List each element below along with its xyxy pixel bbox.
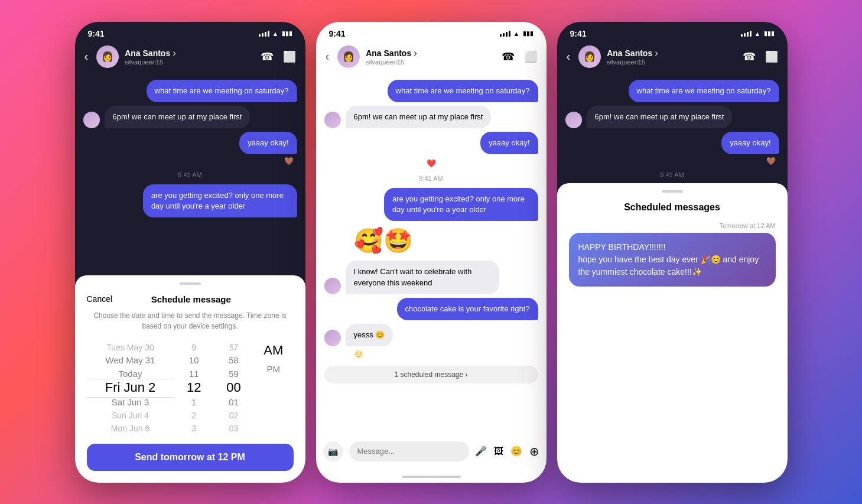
center-gallery-icon[interactable]: 🖼 (494, 446, 503, 457)
left-date-3[interactable]: Fri Jun 2 (87, 380, 174, 395)
left-time: 9:41 (88, 29, 105, 38)
left-msg-3: yaaay okay! (83, 132, 297, 154)
center-chat-area: what time are we meeting on saturday? 6p… (316, 74, 547, 437)
center-signal-4 (509, 31, 510, 37)
right-status-icons: ▲ ▮▮▮ (741, 30, 775, 37)
center-msg-3: yaaay okay! (324, 132, 538, 154)
signal-bar-1 (259, 34, 261, 37)
right-contact-info: Ana Santos › silvaqueen15 (607, 48, 736, 66)
right-phone-icon[interactable]: ☎ (743, 50, 756, 63)
left-hour-1: 10 (174, 354, 214, 367)
left-sheet-title: Schedule message (151, 294, 231, 304)
right-contact-username: silvaqueen15 (607, 58, 736, 66)
signal-bar-2 (262, 33, 264, 37)
left-battery-icon: ▮▮▮ (282, 30, 292, 37)
center-contact-info: Ana Santos › silvaqueen15 (366, 48, 495, 66)
left-min-1: 58 (214, 354, 253, 367)
left-heart: 🤎 (83, 157, 294, 165)
left-picker[interactable]: Tues May 30 Wed May 31 Today Fri Jun 2 S… (87, 341, 294, 435)
right-signal-2 (744, 33, 746, 37)
center-mic-icon[interactable]: 🎤 (475, 446, 487, 457)
right-contact-name[interactable]: Ana Santos › (607, 48, 736, 58)
center-signal (500, 31, 510, 37)
left-contact-name[interactable]: Ana Santos › (125, 48, 254, 58)
right-status-bar: 9:41 ▲ ▮▮▮ (557, 22, 788, 42)
left-send-btn[interactable]: Send tomorrow at 12 PM (87, 444, 294, 471)
center-signal-1 (500, 34, 502, 37)
left-hour-0: 9 (174, 341, 214, 354)
left-msg-bubble-3: yaaay okay! (239, 132, 297, 154)
center-wifi-icon: ▲ (513, 30, 520, 37)
center-msg-bubble-2: 6pm! we can meet up at my place first (346, 106, 492, 128)
left-hour-6: 3 (174, 422, 214, 435)
left-nav-icons: ☎ ⬜ (261, 50, 296, 63)
left-back-arrow[interactable]: ‹ (84, 50, 89, 63)
left-contact-username: silvaqueen15 (125, 58, 254, 66)
center-msg-input[interactable] (349, 441, 469, 461)
right-msg-2: 6pm! we can meet up at my place first (565, 106, 779, 128)
left-msg-bubble-4: are you getting excited? only one more d… (143, 184, 297, 217)
right-heart: 🤎 (565, 157, 776, 165)
left-video-icon[interactable]: ⬜ (283, 50, 296, 63)
right-signal-1 (741, 34, 743, 37)
center-add-icon[interactable]: ⊕ (529, 444, 539, 459)
center-msg-bubble-5: I know! Can't wait to celebrate with eve… (346, 261, 500, 294)
center-phone-icon[interactable]: ☎ (502, 50, 515, 63)
right-back-arrow[interactable]: ‹ (567, 50, 571, 63)
right-video-icon[interactable]: ⬜ (765, 50, 778, 63)
left-ampm-picker[interactable]: AM PM (253, 341, 293, 435)
left-date-picker[interactable]: Tues May 30 Wed May 31 Today Fri Jun 2 S… (87, 341, 174, 435)
left-date-0: Tues May 30 (87, 341, 174, 354)
left-cancel-btn[interactable]: Cancel (87, 294, 113, 304)
center-scheduled-banner[interactable]: 1 scheduled message › (324, 366, 538, 383)
left-hour-4: 1 (174, 395, 214, 408)
left-min-2: 59 (214, 367, 253, 380)
center-camera-btn[interactable]: 📷 (323, 441, 343, 461)
center-time: 9:41 (329, 29, 346, 38)
left-nav-bar: ‹ 👩 Ana Santos › silvaqueen15 ☎ ⬜ (75, 42, 305, 74)
left-schedule-sheet[interactable]: Cancel Schedule message Choose the date … (75, 275, 305, 483)
right-nav-icons: ☎ ⬜ (743, 50, 778, 63)
center-msg-bubble-3: yaaay okay! (480, 132, 538, 154)
right-scheduled-msg-card[interactable]: HAPPY BIRTHDAY!!!!!!! hope you have the … (569, 233, 776, 287)
left-ampm-0[interactable]: AM (253, 341, 293, 360)
center-recv-avatar-3 (324, 330, 341, 346)
center-emoji-icon[interactable]: 😊 (510, 446, 522, 457)
center-timestamp: 9:41 AM (324, 175, 538, 182)
left-minute-picker[interactable]: 57 58 59 00 01 02 03 (214, 341, 253, 435)
left-min-3[interactable]: 00 (214, 380, 253, 395)
left-sheet-subtitle: Choose the date and time to send the mes… (87, 310, 294, 331)
left-ampm-1: PM (253, 360, 293, 379)
left-phone-icon[interactable]: ☎ (261, 50, 274, 63)
center-video-icon[interactable]: ⬜ (524, 50, 537, 63)
left-sheet-header: Cancel Schedule message (87, 294, 294, 304)
center-msg-6: chocolate cake is your favorite right? (324, 298, 538, 320)
left-date-4: Sat Jun 3 (87, 395, 174, 408)
center-home-indicator (316, 471, 547, 483)
left-hour-3[interactable]: 12 (174, 380, 214, 395)
right-avatar: 👩 (578, 45, 601, 68)
right-battery-icon: ▮▮▮ (764, 30, 775, 37)
center-msg-bubble-7: yesss 😊 (346, 324, 393, 346)
center-phone: 9:41 ▲ ▮▮▮ ‹ 👩 Ana Santos › silvaqueen15 (316, 22, 547, 483)
center-react: 😌 (354, 350, 538, 359)
left-min-4: 01 (214, 395, 253, 408)
right-recv-avatar-1 (565, 112, 582, 128)
center-contact-name[interactable]: Ana Santos › (366, 48, 495, 58)
center-contact-username: silvaqueen15 (366, 58, 495, 66)
left-signal (259, 31, 269, 37)
left-min-5: 02 (214, 409, 253, 422)
center-back-arrow[interactable]: ‹ (326, 50, 330, 63)
left-status-bar: 9:41 ▲ ▮▮▮ (75, 22, 305, 42)
right-scheduled-sheet[interactable]: Scheduled messages Tomorrow at 12 AM HAP… (557, 183, 788, 483)
right-scheduled-msg-text: HAPPY BIRTHDAY!!!!!!! hope you have the … (578, 241, 766, 278)
center-recv-avatar-2 (324, 278, 341, 294)
left-avatar: 👩 (96, 45, 119, 68)
center-msg-2: 6pm! we can meet up at my place first (324, 106, 538, 128)
right-time: 9:41 (570, 29, 587, 38)
right-nav-bar: ‹ 👩 Ana Santos › silvaqueen15 ☎ ⬜ (557, 42, 788, 74)
left-hour-picker[interactable]: 9 10 11 12 1 2 3 (174, 341, 214, 435)
left-msg-bubble-2: 6pm! we can meet up at my place first (105, 106, 251, 128)
center-heart: ❤️ (324, 159, 538, 168)
left-date-5: Sun Jun 4 (87, 409, 174, 422)
